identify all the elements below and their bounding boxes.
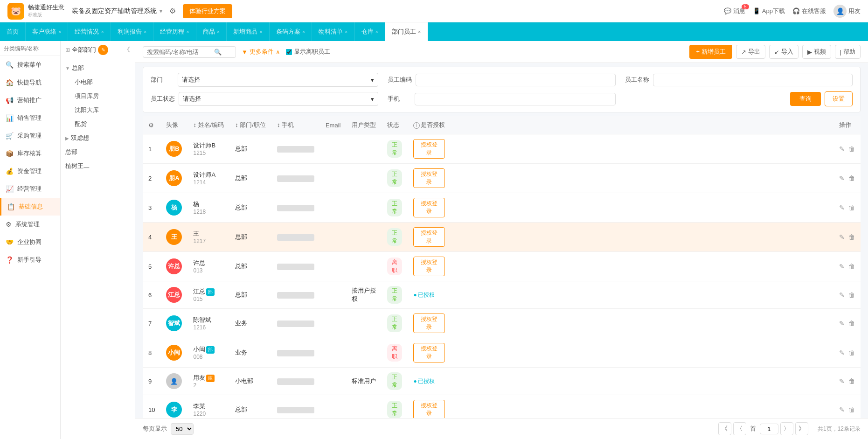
sidebar-item-system[interactable]: ⚙系统管理 (0, 216, 60, 233)
edit-button[interactable]: ✎ (839, 291, 845, 299)
edit-button[interactable]: ✎ (839, 406, 845, 413)
delete-button[interactable]: 🗑 (848, 145, 855, 153)
close-tab-icon[interactable]: × (101, 29, 104, 35)
nav-tab-home[interactable]: 首页 (0, 22, 26, 41)
add-employee-button[interactable]: + 新增员工 (689, 45, 732, 59)
close-tab-icon[interactable]: × (259, 29, 262, 35)
last-page-button[interactable]: 》 (795, 422, 808, 435)
nav-tab-goods[interactable]: 商品 × (196, 22, 227, 41)
dept-node-double-think[interactable]: ▶双虑想 (61, 131, 135, 145)
close-tab-icon[interactable]: × (302, 29, 305, 35)
edit-button[interactable]: ✎ (839, 174, 845, 182)
dept-node-plant-king[interactable]: 植树王二 (61, 159, 135, 173)
view-button[interactable]: ▶ 视频 (802, 45, 831, 59)
prev-page-button[interactable]: 〈 (733, 422, 746, 435)
dept-edit-button[interactable]: ✎ (98, 45, 108, 55)
sidebar-item-guide[interactable]: ❓新手引导 (0, 251, 60, 269)
sidebar-item-search-menu[interactable]: 🔍搜索菜单 (0, 56, 60, 74)
dept-node-distribution[interactable]: 配货 (61, 117, 135, 131)
sidebar-item-purchase[interactable]: 🛒采购管理 (0, 127, 60, 145)
edit-button[interactable]: ✎ (839, 349, 845, 356)
sidebar-item-enterprise[interactable]: 🤝企业协同 (0, 233, 60, 251)
sidebar-item-basic[interactable]: 📋基础信息 (0, 198, 60, 216)
sidebar-item-quick-nav[interactable]: 🏠快捷导航 (0, 74, 60, 91)
delete-button[interactable]: 🗑 (848, 377, 855, 385)
emp-name-input[interactable] (653, 74, 853, 86)
auth-login-button[interactable]: 授权登录 (413, 400, 445, 418)
nav-tab-newgoods[interactable]: 新增商品 × (227, 22, 269, 41)
export-button[interactable]: ↗ 导出 (736, 45, 765, 59)
emp-status-select[interactable]: 请选择 ▾ (179, 92, 378, 106)
query-button[interactable]: 查询 (790, 92, 821, 106)
search-input[interactable] (147, 49, 212, 56)
close-tab-icon[interactable]: × (144, 29, 146, 35)
sidebar-item-management[interactable]: 📈经营管理 (0, 180, 60, 198)
delete-button[interactable]: 🗑 (848, 174, 855, 182)
more-filter-button[interactable]: ▼ 更多条件 ∧ (242, 48, 280, 56)
auth-info-icon[interactable]: i (413, 122, 420, 129)
nav-tab-material[interactable]: 物料清单 × (312, 22, 354, 41)
delete-button[interactable]: 🗑 (848, 406, 855, 413)
auth-login-button[interactable]: 授权登录 (413, 257, 445, 276)
col-settings[interactable]: ⚙ (143, 116, 160, 134)
delete-button[interactable]: 🗑 (848, 349, 855, 356)
dept-node-headquarters[interactable]: 总部 (61, 145, 135, 159)
col-phone[interactable]: ↕ 手机 (271, 116, 320, 134)
show-resigned-checkbox[interactable] (286, 49, 292, 55)
close-tab-icon[interactable]: × (186, 29, 189, 35)
message-button[interactable]: 💬 消息 5 (724, 7, 745, 15)
nav-tab-customer[interactable]: 客户联络 × (26, 22, 68, 41)
delete-button[interactable]: 🗑 (848, 233, 855, 241)
close-tab-icon[interactable]: × (217, 29, 220, 35)
close-tab-icon[interactable]: × (58, 29, 61, 35)
delete-button[interactable]: 🗑 (848, 204, 855, 211)
dept-node-shenyang[interactable]: 沈阳大库 (61, 103, 135, 117)
dept-node-general[interactable]: ▼总部 (61, 61, 135, 75)
nav-tab-operation[interactable]: 经营情况 × (68, 22, 111, 41)
dept-select[interactable]: 请选择 ▾ (178, 73, 378, 87)
auth-login-button[interactable]: 授权登录 (413, 314, 445, 333)
app-download-button[interactable]: 📱 App下载 (753, 7, 785, 15)
delete-button[interactable]: 🗑 (848, 263, 855, 270)
edit-button[interactable]: ✎ (839, 233, 845, 241)
user-menu[interactable]: 👤 用友 (833, 5, 861, 18)
auth-login-button[interactable]: 授权登录 (413, 139, 445, 159)
system-title-chevron-icon[interactable]: ▾ (160, 8, 162, 14)
close-tab-icon[interactable]: × (418, 29, 421, 35)
phone-input[interactable] (415, 93, 615, 105)
set-button[interactable]: 设置 (825, 91, 853, 106)
dept-node-small-elec[interactable]: 小电部 (61, 75, 135, 89)
auth-login-button[interactable]: 授权登录 (413, 198, 445, 217)
help-button[interactable]: | 帮助 (835, 45, 861, 59)
sidebar-item-inventory[interactable]: 📦库存核算 (0, 145, 60, 162)
first-page-button[interactable]: 《 (718, 422, 731, 435)
edit-button[interactable]: ✎ (839, 320, 845, 327)
edit-button[interactable]: ✎ (839, 145, 845, 153)
delete-button[interactable]: 🗑 (848, 291, 855, 299)
close-tab-icon[interactable]: × (345, 29, 347, 35)
online-service-button[interactable]: 🎧 在线客服 (792, 7, 826, 15)
page-input[interactable] (760, 424, 778, 434)
sidebar-item-finance[interactable]: 💰资金管理 (0, 162, 60, 180)
edit-button[interactable]: ✎ (839, 204, 845, 211)
nav-tab-employee[interactable]: 部门员工 × (385, 22, 428, 41)
nav-tab-barcode[interactable]: 条码方案 × (270, 22, 312, 41)
delete-button[interactable]: 🗑 (848, 320, 855, 327)
col-name[interactable]: ↕ 姓名/编码 (187, 116, 229, 134)
auth-login-button[interactable]: 授权登录 (413, 343, 445, 362)
edit-button[interactable]: ✎ (839, 377, 845, 385)
emp-code-input[interactable] (416, 74, 615, 86)
sidebar-item-marketing[interactable]: 📢营销推广 (0, 91, 60, 109)
nav-tab-warehouse[interactable]: 仓库 × (355, 22, 385, 41)
auth-login-button[interactable]: 授权登录 (413, 168, 445, 188)
auth-login-button[interactable]: 授权登录 (413, 227, 445, 247)
gear-button[interactable]: ⚙ (166, 5, 179, 18)
dept-collapse-button[interactable]: 《 (124, 46, 130, 54)
col-dept[interactable]: ↕ 部门/职位 (229, 116, 271, 134)
trial-button[interactable]: 体验行业方案 (183, 4, 232, 18)
dept-node-proj-room[interactable]: 项目库房 (61, 89, 135, 103)
per-page-select[interactable]: 50 (171, 423, 194, 435)
close-tab-icon[interactable]: × (375, 29, 378, 35)
edit-button[interactable]: ✎ (839, 263, 845, 270)
sidebar-item-sales[interactable]: 📊销售管理 (0, 109, 60, 127)
